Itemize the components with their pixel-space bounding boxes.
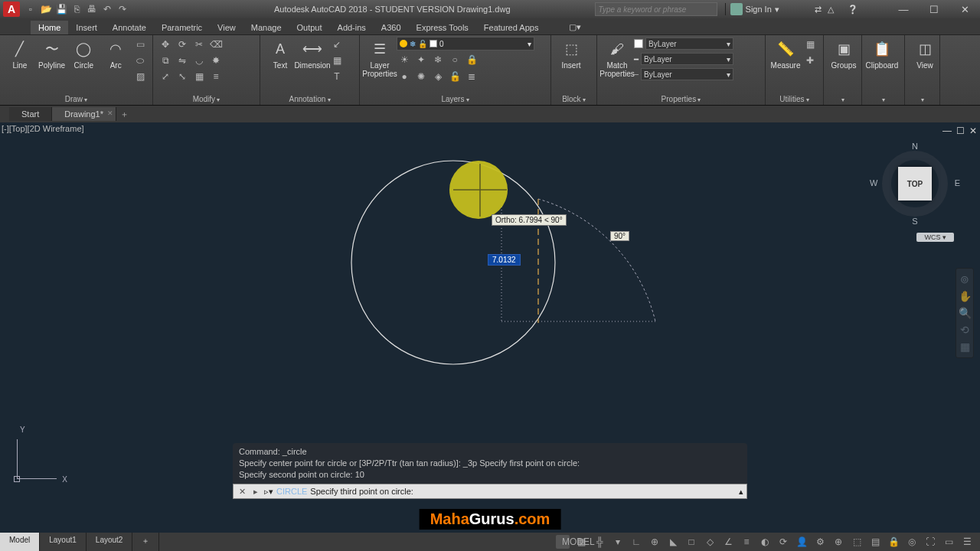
- layout-tab-layout1[interactable]: Layout1: [40, 533, 87, 551]
- help-icon[interactable]: ❔: [848, 5, 858, 15]
- transparency-icon[interactable]: ◐: [758, 536, 772, 547]
- tool-text[interactable]: AText: [265, 37, 296, 71]
- color-control[interactable]: ByLayer▾: [634, 37, 733, 51]
- isodraft-icon[interactable]: ◣: [666, 536, 680, 547]
- panel-modify-title[interactable]: Modify: [158, 93, 255, 105]
- tool-laymch[interactable]: ≣: [464, 69, 479, 84]
- panel-block-title[interactable]: Block: [556, 93, 592, 105]
- tab-annotate[interactable]: Annotate: [105, 21, 154, 34]
- linetype-control[interactable]: ┄ByLayer▾: [634, 67, 733, 81]
- tool-measure[interactable]: 📏Measure: [770, 37, 801, 71]
- tool-table[interactable]: ▦: [329, 53, 345, 68]
- new-icon[interactable]: ▫: [24, 3, 37, 15]
- layout-tab-model[interactable]: Model: [0, 533, 40, 551]
- ortho-toggle-icon[interactable]: ∟: [629, 536, 643, 547]
- lock-ui-icon[interactable]: 🔒: [887, 536, 900, 547]
- tool-quickcalc[interactable]: ▦: [802, 37, 818, 52]
- polar-toggle-icon[interactable]: ⊕: [648, 536, 662, 547]
- isolate-icon[interactable]: ◎: [905, 536, 919, 547]
- tool-erase[interactable]: ⌫: [208, 37, 224, 52]
- tool-circle[interactable]: ◯Circle: [69, 37, 100, 71]
- dynamic-input[interactable]: 7.0132: [488, 254, 521, 266]
- dwg-tab-start[interactable]: Start: [9, 107, 52, 121]
- snap-toggle-icon[interactable]: ╬: [593, 536, 606, 547]
- tool-layulk[interactable]: 🔓: [447, 69, 462, 84]
- panel-utilities-title[interactable]: Utilities: [770, 93, 818, 105]
- layer-combo[interactable]: ❄ 🔓 0 ▾: [397, 37, 534, 51]
- tool-layfrz[interactable]: ❄: [430, 52, 446, 67]
- layout-tab-layout2[interactable]: Layout2: [87, 533, 133, 551]
- cleanscreen-icon[interactable]: ▭: [942, 536, 956, 547]
- panel-properties-title[interactable]: Properties: [602, 93, 760, 105]
- tool-line[interactable]: ╱Line: [5, 37, 35, 71]
- customize-tray-icon[interactable]: ☰: [960, 536, 974, 547]
- osnap-toggle-icon[interactable]: □: [684, 536, 698, 547]
- tool-ellipse[interactable]: ⬭: [132, 53, 148, 68]
- tool-layuniso[interactable]: ◈: [430, 69, 446, 84]
- tool-trim[interactable]: ✂: [191, 37, 207, 52]
- tool-insert-block[interactable]: ⬚Insert: [556, 37, 586, 71]
- tool-array[interactable]: ▦: [191, 69, 207, 84]
- tool-view[interactable]: ◫View: [910, 37, 940, 71]
- tool-laylck[interactable]: 🔒: [464, 52, 479, 67]
- tool-point[interactable]: ✚: [802, 53, 818, 68]
- tool-explode[interactable]: ✸: [208, 53, 224, 68]
- redo-icon[interactable]: ↷: [116, 3, 129, 15]
- minimize-button[interactable]: —: [888, 4, 919, 15]
- units-icon[interactable]: ⬚: [850, 536, 864, 547]
- tool-layoff[interactable]: ○: [447, 52, 462, 67]
- close-tab-icon[interactable]: ✕: [107, 109, 113, 117]
- dwg-tab-drawing1[interactable]: Drawing1*✕: [52, 107, 116, 121]
- panel-groups-expand[interactable]: [828, 93, 857, 105]
- maximize-button[interactable]: ☐: [919, 4, 949, 15]
- tool-mtext[interactable]: T: [329, 69, 345, 84]
- infocenter-search[interactable]: Type a keyword or phrase: [595, 2, 717, 16]
- tool-mirror[interactable]: ⇋: [175, 53, 190, 68]
- a360-icon[interactable]: △: [828, 5, 834, 15]
- tool-arc[interactable]: ◠Arc: [100, 37, 131, 71]
- panel-layers-title[interactable]: Layers: [364, 93, 546, 105]
- new-drawing-button[interactable]: ＋: [116, 109, 133, 120]
- app-logo[interactable]: A: [3, 2, 20, 17]
- panel-view-expand[interactable]: [910, 93, 935, 105]
- tool-groups[interactable]: ▣Groups: [828, 37, 859, 71]
- tab-express[interactable]: Express Tools: [409, 21, 476, 34]
- tool-rectangle[interactable]: ▭: [132, 37, 148, 52]
- modelspace-indicator[interactable]: MODEL: [556, 535, 570, 549]
- signin-area[interactable]: Sign In ▾: [725, 3, 784, 15]
- tab-home[interactable]: Home: [31, 21, 68, 34]
- tool-stretch[interactable]: ⤢: [158, 69, 173, 84]
- tool-match-properties[interactable]: 🖌Match Properties: [602, 37, 632, 80]
- add-layout-button[interactable]: ＋: [132, 533, 159, 551]
- quickprops-icon[interactable]: ▤: [868, 536, 882, 547]
- ucs-icon[interactable]: Y X: [12, 430, 66, 484]
- grid-toggle-icon[interactable]: ▦: [574, 536, 588, 547]
- open-icon[interactable]: 📂: [40, 3, 52, 15]
- panel-clipboard-expand[interactable]: [867, 93, 900, 105]
- tab-a360[interactable]: A360: [374, 21, 409, 34]
- sc-toggle-icon[interactable]: ⟳: [776, 536, 790, 547]
- tool-copy[interactable]: ⧉: [158, 53, 173, 68]
- tab-addins[interactable]: Add-ins: [330, 21, 374, 34]
- tab-featured[interactable]: Featured Apps: [476, 21, 547, 34]
- exchange-icon[interactable]: ⇄: [815, 5, 822, 15]
- tool-leader[interactable]: ↙: [329, 37, 345, 52]
- tab-output[interactable]: Output: [289, 21, 330, 34]
- tool-scale[interactable]: ⤡: [175, 69, 190, 84]
- tool-clipboard[interactable]: 📋Clipboard: [867, 37, 897, 71]
- tool-offset[interactable]: ≡: [208, 69, 224, 84]
- otrack-toggle-icon[interactable]: ∠: [721, 536, 735, 547]
- recent-cmd-icon[interactable]: ▸: [250, 487, 261, 497]
- tool-rotate[interactable]: ⟳: [175, 37, 190, 52]
- tool-polyline[interactable]: 〜Polyline: [37, 37, 67, 71]
- undo-icon[interactable]: ↶: [101, 3, 113, 15]
- tool-fillet[interactable]: ◡: [191, 53, 207, 68]
- signin-dropdown-icon[interactable]: ▾: [775, 5, 779, 15]
- tool-layiso[interactable]: ✦: [413, 52, 429, 67]
- tool-layon[interactable]: ●: [397, 69, 412, 84]
- tab-parametric[interactable]: Parametric: [154, 21, 210, 34]
- tool-laymcur[interactable]: ☀: [397, 52, 412, 67]
- panel-draw-title[interactable]: Draw: [5, 93, 148, 105]
- workspace-icon[interactable]: ⚙: [813, 536, 827, 547]
- tool-hatch[interactable]: ▨: [132, 69, 148, 84]
